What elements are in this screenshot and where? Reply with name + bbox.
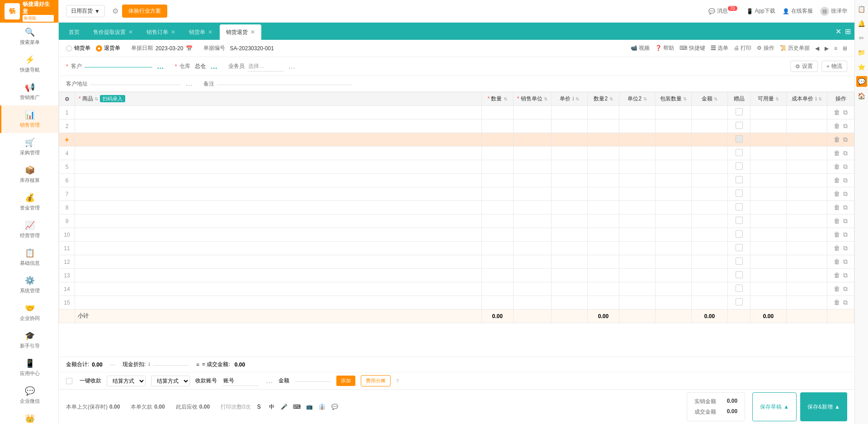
copy-row-12[interactable]: ⧉ (843, 258, 848, 265)
row-goods-5[interactable] (75, 160, 482, 174)
delete-row-12[interactable]: 🗑 (834, 258, 840, 265)
row-amount-14[interactable] (692, 282, 728, 296)
row-qty-4[interactable] (481, 147, 513, 160)
sidebar-item-enterprise[interactable]: 🤝 企业协同 (0, 299, 58, 326)
row-cost-2[interactable] (787, 119, 827, 133)
row-qty2-10[interactable] (588, 228, 619, 242)
delete-row-7[interactable]: 🗑 (834, 190, 840, 197)
delete-row-8[interactable]: 🗑 (834, 204, 840, 211)
row-goods-11[interactable] (75, 242, 482, 255)
price-info-icon[interactable]: ℹ (572, 96, 574, 101)
row-unit-1[interactable] (513, 106, 551, 119)
right-icon-4[interactable]: 📁 (856, 47, 867, 58)
row-amount-12[interactable] (692, 255, 728, 269)
scan-btn[interactable]: 扫码录入 (100, 95, 125, 102)
tab-sell-return[interactable]: 销货退货 ✕ (220, 24, 261, 40)
account-input[interactable]: 账号 (222, 376, 259, 386)
row-qty-13[interactable] (481, 269, 513, 282)
row-amount-13[interactable] (692, 269, 728, 282)
tab-sell-goods-close[interactable]: ✕ (208, 29, 212, 35)
sort-price-icon[interactable]: ⇅ (576, 96, 579, 101)
delete-row-15[interactable]: 🗑 (834, 299, 840, 306)
view-detail-icon[interactable]: ⊞ (843, 45, 847, 52)
row-qty2-8[interactable] (588, 201, 619, 214)
calendar-icon[interactable]: 📅 (186, 45, 193, 52)
row-pack-2[interactable] (656, 119, 692, 133)
row-cost-14[interactable] (787, 282, 827, 296)
row-pack-5[interactable] (656, 160, 692, 174)
row-qty-6[interactable] (481, 174, 513, 187)
copy-row-8[interactable]: ⧉ (843, 204, 848, 211)
goods-input-active[interactable] (78, 137, 479, 143)
row-qty2-6[interactable] (588, 174, 619, 187)
dropdown-arrow-icon[interactable]: ▲ (783, 404, 789, 410)
row-qty-2[interactable] (481, 119, 513, 133)
row-unit2-4[interactable] (619, 147, 656, 160)
row-cost-11[interactable] (787, 242, 827, 255)
sidebar-item-sales[interactable]: 📊 销售管理 (0, 105, 58, 133)
row-unit-5[interactable] (513, 160, 551, 174)
sort-qty-icon[interactable]: ⇅ (504, 96, 507, 101)
row-qty2-5[interactable] (588, 160, 619, 174)
row-gift-9[interactable] (728, 214, 750, 228)
row-pack-13[interactable] (656, 269, 692, 282)
row-avail-7[interactable] (750, 187, 787, 201)
row-gift-15[interactable] (728, 296, 750, 310)
row-goods-2[interactable] (75, 119, 482, 133)
row-unit2-9[interactable] (619, 214, 656, 228)
row-price-10[interactable] (552, 228, 588, 242)
row-pack-6[interactable] (656, 174, 692, 187)
row-avail-10[interactable] (750, 228, 787, 242)
row-qty-3[interactable] (481, 133, 513, 147)
row-avail-11[interactable] (750, 242, 787, 255)
row-cost-5[interactable] (787, 160, 827, 174)
delete-row-11[interactable]: 🗑 (834, 244, 840, 252)
copy-row-7[interactable]: ⧉ (843, 190, 848, 197)
row-goods-8[interactable] (75, 201, 482, 214)
row-goods-14[interactable] (75, 282, 482, 296)
row-unit2-15[interactable] (619, 296, 656, 310)
row-price-3[interactable] (552, 133, 588, 147)
right-icon-7[interactable]: 🏠 (856, 91, 867, 101)
row-goods-13[interactable] (75, 269, 482, 282)
sort-cost-icon[interactable]: ⇅ (818, 96, 822, 101)
row-price-7[interactable] (552, 187, 588, 201)
account-dots[interactable]: … (266, 377, 273, 385)
address-select-btn[interactable]: … (185, 80, 193, 88)
row-unit2-6[interactable] (619, 174, 656, 187)
print-link[interactable]: 🖨 打印 (734, 44, 751, 52)
row-gift-3[interactable] (728, 133, 750, 147)
row-avail-3[interactable] (750, 133, 787, 147)
tab-sell-order[interactable]: 销售订单 ✕ (140, 24, 182, 40)
row-unit2-10[interactable] (619, 228, 656, 242)
row-goods-1[interactable] (75, 106, 482, 119)
row-gift-2[interactable] (728, 119, 750, 133)
select-link[interactable]: ☰ 选单 (711, 44, 728, 52)
row-goods-9[interactable] (75, 214, 482, 228)
row-amount-10[interactable] (692, 228, 728, 242)
sort-pack-icon[interactable]: ⇅ (683, 96, 687, 101)
tab-sell-return-close[interactable]: ✕ (250, 29, 255, 35)
tool-icon-7[interactable]: 💬 (330, 402, 340, 411)
row-price-14[interactable] (552, 282, 588, 296)
row-price-4[interactable] (552, 147, 588, 160)
tool-icon-2[interactable]: 中 (267, 402, 276, 411)
delete-row-13[interactable]: 🗑 (834, 272, 840, 279)
nav-next-icon[interactable]: ▶ (825, 45, 829, 52)
row-amount-3[interactable] (692, 133, 728, 147)
industry-select[interactable]: 日用百货 ▼ (66, 5, 105, 17)
address-input[interactable] (90, 83, 181, 85)
delete-row-6[interactable]: 🗑 (834, 176, 840, 184)
row-qty2-13[interactable] (588, 269, 619, 282)
customer-input[interactable] (85, 65, 152, 67)
row-pack-7[interactable] (656, 187, 692, 201)
row-price-11[interactable] (552, 242, 588, 255)
tab-home[interactable]: 首页 (62, 24, 86, 40)
save-draft-button[interactable]: 保存草稿 ▲ (752, 392, 797, 421)
row-gift-11[interactable] (728, 242, 750, 255)
row-unit2-13[interactable] (619, 269, 656, 282)
row-avail-6[interactable] (750, 174, 787, 187)
row-qty-8[interactable] (481, 201, 513, 214)
user-item[interactable]: 徐 徐泽华 (820, 7, 847, 16)
sidebar-item-finance[interactable]: 💰 资金管理 (0, 188, 58, 216)
